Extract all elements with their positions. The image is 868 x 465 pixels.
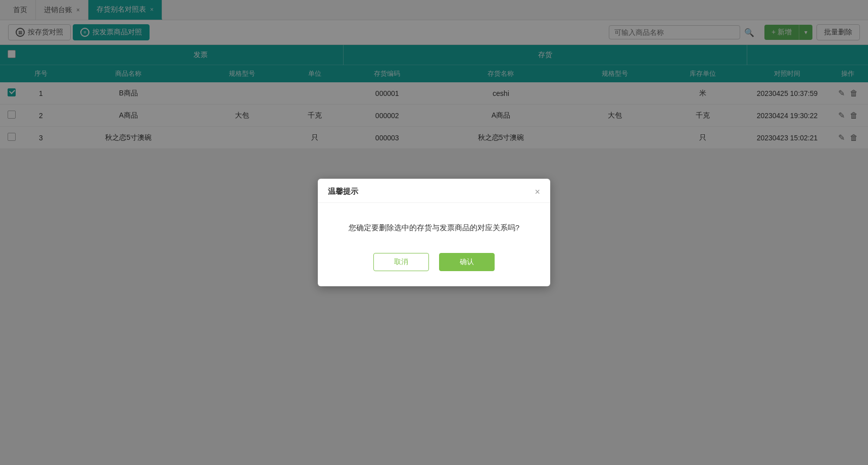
modal-overlay: 温馨提示 × 您确定要删除选中的存货与发票商品的对应关系吗? 取消 确认	[0, 0, 868, 149]
